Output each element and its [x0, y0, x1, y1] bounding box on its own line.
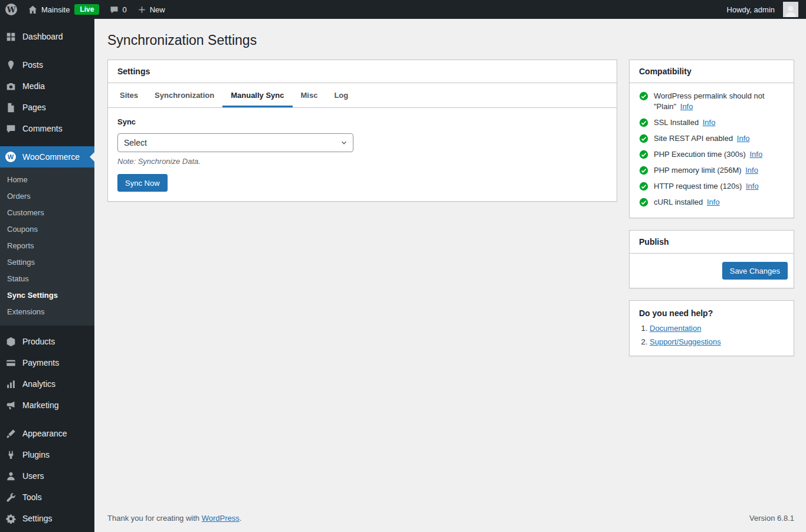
new-content-button[interactable]: New [132, 0, 171, 19]
avatar [783, 2, 798, 17]
wordpress-menu[interactable]: W [0, 0, 22, 19]
sidebar-item-dashboard[interactable]: Dashboard [0, 26, 94, 47]
sidebar-item-plugins[interactable]: Plugins [0, 444, 94, 465]
submenu-item-customers[interactable]: Customers [0, 205, 94, 221]
sidebar-item-analytics[interactable]: Analytics [0, 373, 94, 395]
publish-title: Publish [630, 231, 794, 254]
compat-text: PHP memory limit (256M) [654, 166, 742, 175]
sidebar-item-media[interactable]: Media [0, 75, 94, 97]
sidebar-item-label: Tools [22, 492, 42, 503]
home-icon [28, 5, 38, 15]
sidebar-item-label: Payments [22, 357, 59, 368]
sidebar-item-label: Analytics [22, 379, 55, 389]
submenu-item-home[interactable]: Home [0, 172, 94, 188]
sidebar-item-appearance[interactable]: Appearance [0, 423, 94, 444]
tab-synchronization[interactable]: Synchronization [146, 83, 222, 107]
info-link[interactable]: Info [737, 134, 750, 143]
check-circle-icon [639, 118, 648, 127]
info-link[interactable]: Info [707, 198, 720, 206]
settings-box-title: Settings [108, 60, 617, 83]
comments-bubble[interactable]: 0 [104, 0, 132, 19]
wordpress-logo-icon: W [5, 4, 17, 15]
pages-icon [5, 101, 17, 113]
save-changes-button[interactable]: Save Changes [722, 262, 788, 280]
wordpress-footer-link[interactable]: WordPress [202, 514, 240, 523]
tab-sites[interactable]: Sites [112, 83, 146, 107]
account-menu[interactable]: Howdy, admin [722, 0, 806, 19]
sidebar-item-label: WooCommerce [22, 152, 80, 162]
howdy-text: Howdy, admin [727, 5, 775, 14]
compat-text: cURL installed [654, 198, 703, 206]
woocommerce-icon: W [5, 151, 17, 163]
documentation-link[interactable]: Documentation [650, 324, 701, 333]
footer-period: . [240, 514, 242, 523]
sidebar-item-users[interactable]: Users [0, 465, 94, 487]
settings-box: Settings Sites Synchronization Manually … [107, 60, 617, 202]
check-circle-icon [639, 91, 648, 101]
help-title: Do you need help? [630, 301, 794, 320]
info-link[interactable]: Info [680, 102, 693, 111]
sidebar-item-label: Plugins [22, 449, 50, 460]
check-circle-icon [639, 134, 648, 143]
compatibility-title: Compatibility [630, 60, 794, 83]
sidebar-item-pages[interactable]: Pages [0, 97, 94, 118]
admin-footer: Thank you for creating with WordPress. V… [94, 508, 806, 532]
sidebar-item-payments[interactable]: Payments [0, 352, 94, 373]
info-link[interactable]: Info [749, 150, 762, 159]
tab-log[interactable]: Log [326, 83, 356, 107]
sync-select[interactable]: Select [117, 133, 353, 152]
sidebar-item-products[interactable]: Products [0, 331, 94, 352]
sidebar-item-settings[interactable]: Settings [0, 508, 94, 529]
sidebar-item-label: Posts [22, 60, 43, 70]
new-label: New [150, 5, 165, 14]
comment-count: 0 [122, 5, 126, 14]
submenu-item-orders[interactable]: Orders [0, 188, 94, 205]
submenu-item-sync-settings[interactable]: Sync Settings [0, 287, 94, 304]
comment-bubble-icon [110, 5, 119, 14]
admin-bar: W Mainsite Live 0 New Howdy, admin [0, 0, 806, 19]
footer-thanks-text: Thank you for creating with [107, 514, 199, 523]
sidebar-item-tools[interactable]: Tools [0, 487, 94, 508]
submenu-item-coupons[interactable]: Coupons [0, 221, 94, 238]
tools-icon [5, 491, 17, 503]
info-link[interactable]: Info [745, 166, 758, 175]
submenu-item-status[interactable]: Status [0, 271, 94, 287]
info-link[interactable]: Info [746, 182, 759, 191]
site-link[interactable]: Mainsite Live [22, 0, 104, 19]
woocommerce-submenu: Home Orders Customers Coupons Reports Se… [0, 168, 94, 326]
tab-manually-sync[interactable]: Manually Sync [222, 83, 292, 107]
plus-icon [137, 5, 146, 14]
check-circle-icon [639, 198, 648, 207]
sidebar-item-posts[interactable]: Posts [0, 54, 94, 75]
info-link[interactable]: Info [703, 118, 716, 127]
help-list: Documentation Support/Suggestions [639, 324, 784, 346]
submenu-item-extensions[interactable]: Extensions [0, 304, 94, 320]
live-status-badge: Live [74, 4, 99, 15]
sidebar-item-comments[interactable]: Comments [0, 118, 94, 139]
support-suggestions-link[interactable]: Support/Suggestions [650, 337, 721, 346]
compat-text: SSL Installed [654, 118, 699, 127]
admin-sidebar: Dashboard Posts Media Pages Comments [0, 19, 94, 532]
sidebar-item-woocommerce[interactable]: W WooCommerce [0, 146, 94, 168]
site-name: Mainsite [41, 5, 70, 14]
check-circle-icon [639, 182, 648, 191]
sync-now-button[interactable]: Sync Now [117, 174, 168, 192]
submenu-item-settings[interactable]: Settings [0, 254, 94, 271]
page-title: Synchronization Settings [107, 32, 806, 49]
settings-icon [5, 513, 17, 524]
footer-thanks: Thank you for creating with WordPress. [107, 514, 241, 523]
help-item: Documentation [650, 324, 784, 333]
marketing-icon [5, 399, 17, 411]
dashboard-icon [5, 31, 17, 42]
publish-box: Publish Save Changes [629, 230, 794, 288]
check-circle-icon [639, 150, 648, 159]
sidebar-item-label: Pages [22, 102, 46, 113]
sidebar-item-label: Marketing [22, 400, 58, 411]
tab-misc[interactable]: Misc [293, 83, 326, 107]
sidebar-item-label: Media [22, 81, 45, 91]
submenu-item-reports[interactable]: Reports [0, 238, 94, 254]
sidebar-item-marketing[interactable]: Marketing [0, 395, 94, 416]
products-icon [5, 336, 17, 347]
settings-tabs: Sites Synchronization Manually Sync Misc… [108, 83, 617, 108]
compat-item-http-request: HTTP request time (120s) Info [639, 181, 784, 192]
